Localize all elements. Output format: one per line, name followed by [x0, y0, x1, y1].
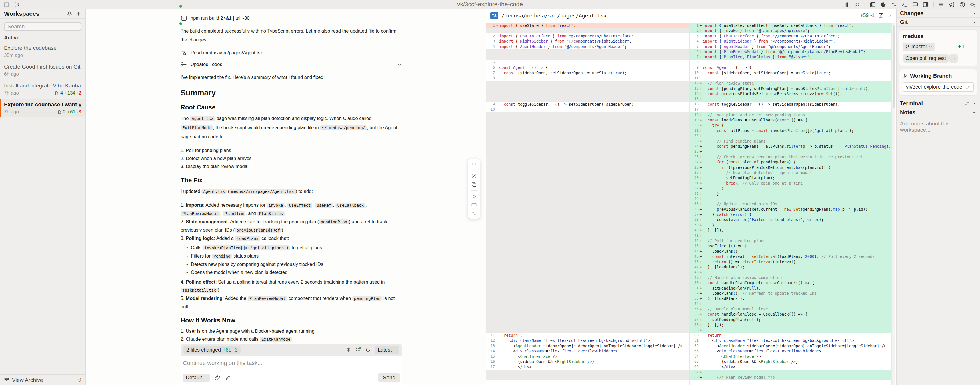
new-workspace-button[interactable] — [76, 11, 81, 17]
notes-section-header[interactable]: Notes — [897, 108, 980, 117]
mode-dropdown[interactable]: Default — [183, 374, 210, 382]
pause-icon[interactable] — [844, 2, 850, 8]
settings-icon[interactable] — [970, 2, 976, 8]
play-icon[interactable] — [471, 194, 477, 199]
copy-icon[interactable] — [471, 181, 477, 187]
diff-line — [486, 270, 689, 275]
terminal-section-header[interactable]: Terminal — [897, 99, 980, 108]
inline-code: Agent.tsx — [190, 116, 215, 121]
diff-line — [486, 118, 689, 123]
archive-icon — [4, 377, 9, 383]
monitor-icon[interactable] — [912, 2, 918, 8]
todos-dot-icon[interactable] — [355, 347, 361, 353]
branch-dropdown[interactable]: master — [903, 43, 935, 51]
menu-icon[interactable] — [938, 2, 944, 8]
diff-line — [486, 249, 689, 254]
chat-bubble-icon[interactable] — [880, 2, 886, 8]
text: : Added the — [223, 296, 248, 301]
diff-line: 37+ } catch (error) { — [690, 212, 891, 217]
send-button[interactable]: Send — [378, 373, 400, 382]
changes-label: Changes — [900, 10, 923, 17]
diff-line: 31+ break; // Only open one at a time — [690, 180, 891, 186]
workspace-item[interactable]: Explore the codebase35m ago — [0, 42, 85, 61]
git-section-header[interactable]: Git — [897, 18, 980, 27]
workspace-diff-stats: 2+61-3 — [57, 109, 81, 115]
highlighter-button[interactable] — [225, 374, 231, 381]
git-compare-icon[interactable] — [891, 2, 897, 8]
diff-line: 7+import { PlanItem, PlanStatus } from "… — [690, 54, 891, 59]
tool-call-row[interactable]: Read medusa/src/pages/Agent.tsx — [181, 49, 402, 56]
more-options-button[interactable] — [969, 44, 974, 49]
diff-line — [486, 96, 689, 102]
tool-call-row[interactable]: npm run build 2>&1 | tail -80 — [181, 15, 402, 21]
help-icon[interactable] — [959, 2, 966, 8]
diff-line — [486, 307, 689, 312]
diff-line — [486, 212, 689, 217]
diff-line — [486, 133, 689, 138]
layers-icon[interactable] — [67, 11, 72, 17]
open-pr-button[interactable]: Open pull request — [903, 54, 948, 62]
diff-line: 15+ — [690, 96, 891, 102]
ordered-list: 1. Imports: Added necessary imports for … — [181, 201, 402, 310]
working-branch-input[interactable]: vk/3ccf-explore-the-code — [903, 82, 974, 92]
edit-branch-icon[interactable] — [966, 84, 970, 89]
view-archive-button[interactable]: View Archive 0 — [0, 374, 85, 385]
search-input[interactable] — [4, 22, 81, 31]
monitor-icon[interactable] — [471, 202, 477, 208]
collapse-diff-button[interactable] — [887, 13, 892, 18]
git-branch-icon — [903, 74, 908, 78]
attach-file-button[interactable] — [214, 374, 221, 381]
scrollbar-thumb[interactable] — [892, 25, 894, 108]
text: status plans — [232, 253, 259, 258]
workspace-item[interactable]: Install and integrate Vibe Kanban Web7h … — [0, 80, 85, 99]
diff-line: 14+ const previousPlanIdsRef = useRef<Se… — [690, 91, 891, 96]
triangle-right-icon — [972, 102, 977, 106]
terminal-icon[interactable] — [901, 2, 908, 8]
pr-options-caret[interactable] — [950, 54, 958, 62]
panel-right-icon[interactable] — [923, 2, 929, 8]
text: to get all plans — [290, 245, 322, 250]
diff-line: 29+ // New plan detected – open the moda… — [690, 170, 891, 175]
text: component that renders when — [287, 296, 352, 301]
triangle-down-icon — [972, 110, 977, 115]
bullet-item: •Filters for Pending status plans — [181, 252, 402, 260]
notes-input[interactable]: Add notes about this workspace... — [897, 117, 980, 137]
diff-line: 59+ — [690, 328, 891, 333]
panel-left-icon[interactable] — [870, 2, 876, 8]
tool-call-label: npm run build 2>&1 | tail -80 — [191, 16, 250, 21]
changes-section-header[interactable]: Changes — [897, 9, 980, 18]
git-compare-icon[interactable] — [471, 211, 477, 216]
inline-code: previousPlanIdsRef — [235, 228, 282, 233]
text: Detect when a new plan arrives — [186, 156, 251, 161]
diff-line: 36+ previousPlanIdsRef.current = new Set… — [690, 207, 891, 212]
section-heading: The Fix — [181, 177, 402, 184]
workspace-item[interactable]: Explore the codebase I want you to exp7h… — [0, 99, 85, 118]
spark-icon[interactable] — [346, 347, 352, 353]
text: ) — [218, 287, 220, 293]
split-diff-toggle[interactable] — [878, 13, 884, 18]
message-input[interactable]: Continue working on this task... — [183, 360, 400, 369]
latest-dropdown[interactable]: Latest — [375, 346, 399, 354]
tool-call-row[interactable]: Updated Todos — [181, 61, 402, 68]
diff-editor[interactable]: 1-import { useState } from "react";2impo… — [486, 23, 896, 385]
workspace-title: Install and integrate Vibe Kanban Web — [4, 83, 81, 89]
diff-slash-icon[interactable] — [471, 173, 477, 179]
diff-line: 21+ const allPlans = await invoke<PlanIt… — [690, 128, 891, 133]
files-changed-badge[interactable]: 2 files changed +61 -3 — [183, 346, 240, 354]
floating-toolbar[interactable] — [468, 159, 480, 219]
expand-icon[interactable] — [964, 102, 969, 106]
diff-line — [486, 375, 689, 380]
collapse-up-icon[interactable] — [854, 2, 861, 8]
diff-line: 6+import { PlanReviewModal } from "@/com… — [690, 49, 891, 54]
megaphone-icon[interactable] — [948, 2, 955, 8]
diff-line — [486, 223, 689, 228]
inline-code: useRef — [315, 203, 333, 208]
diff-scrollbar[interactable] — [891, 23, 896, 385]
diff-line: 42+ // Poll for pending plans — [690, 238, 891, 243]
chevron-down-icon[interactable] — [396, 62, 402, 67]
workspace-item[interactable]: Create Good First Issues on Github So p6… — [0, 61, 85, 80]
spinner-arc-icon[interactable] — [365, 347, 371, 353]
workspace-title: Explore the codebase I want you to exp — [4, 102, 81, 108]
diff-line — [486, 196, 689, 201]
dots-handle-icon[interactable] — [471, 161, 477, 167]
